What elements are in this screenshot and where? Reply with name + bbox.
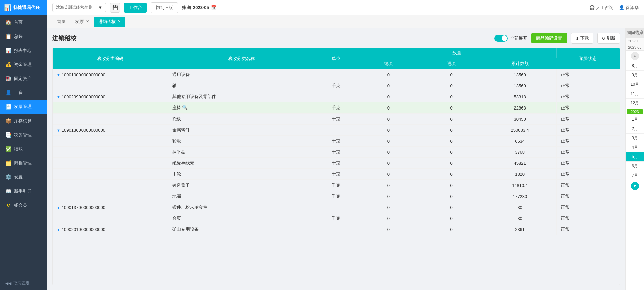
period-6[interactable]: 6月 [626,162,644,171]
next-period-button[interactable]: ▼ [631,182,639,190]
sidebar-item-inventory[interactable]: 📦 库存核算 [0,114,47,128]
period-panel-header[interactable]: 期间选择 ✕ ⤢ [626,28,644,38]
download-button[interactable]: ⬇ 下载 [571,33,593,44]
period-list: 2023.05 2023.05 ▲ 8月 9月 10月 11月 12月 2023… [626,38,644,191]
period-12[interactable]: 12月 [626,99,644,108]
sidebar-item-assets[interactable]: 🏭 固定资产 [0,72,47,86]
sidebar-item-ledger[interactable]: 📋 总账 [0,29,47,44]
cell-warning: 正常 [556,169,620,180]
period-4[interactable]: 4月 [626,143,644,152]
collapse-icon[interactable]: ▼ [57,206,60,210]
save-button[interactable]: 💾 [110,3,120,13]
collapse-icon[interactable]: ▼ [57,128,60,132]
cell-sale: 0 [357,114,420,125]
cell-warning: 正常 [556,213,620,224]
sidebar-item-invoice[interactable]: 🧾 发票管理 [0,100,47,114]
product-code-button[interactable]: 商品编码设置 [531,33,567,43]
collapse-icon[interactable]: ▼ [57,228,60,232]
period-3[interactable]: 3月 [626,134,644,143]
sidebar-item-funds[interactable]: 💰 资金管理 [0,58,47,72]
cell-purchase: 0 [420,213,483,224]
cell-warning: 正常 [556,136,620,147]
settings-icon: ⚙️ [5,174,11,180]
tab-reconciliation[interactable]: 进销稽核 ✕ [94,17,125,27]
sidebar-nav: 🏠 首页 📋 总账 📊 报表中心 💰 资金管理 🏭 固定资产 👤 工资 🧾 发票… [0,15,47,276]
sidebar-item-checkout[interactable]: ✅ 结账 [0,142,47,156]
sidebar-item-payroll[interactable]: 👤 工资 [0,86,47,100]
expand-toggle[interactable] [494,35,508,42]
user-label: 徐泽华 [626,5,639,11]
cell-sale: 0 [357,136,420,147]
sidebar-item-home[interactable]: 🏠 首页 [0,15,47,29]
expand-panel-icon[interactable]: ⤢ [635,29,638,33]
sidebar-item-archive[interactable]: 🗂️ 归档管理 [0,156,47,170]
cell-warning: 正常 [556,125,620,136]
switch-version-button[interactable]: 切到旧版 [151,2,178,13]
workbench-button[interactable]: 工作台 [124,3,147,13]
archive-icon: 🗂️ [5,160,11,166]
th-tax-name: 税收分类名称 [168,48,315,69]
tab-home[interactable]: 首页 [52,17,70,27]
period-10[interactable]: 10月 [626,80,644,89]
sidebar-unpin-button[interactable]: ◀◀ 取消固定 [0,276,47,290]
calendar-icon[interactable]: 📅 [211,5,216,10]
sidebar-item-reports[interactable]: 📊 报表中心 [0,44,47,58]
sidebar-item-settings[interactable]: ⚙️ 设置 [0,170,47,184]
cell-unit: 千克 [315,169,357,180]
sidebar-item-tax[interactable]: 📑 税务管理 [0,128,47,142]
tab-invoice[interactable]: 发票 ✕ [70,17,94,27]
cell-code: ▼109013600000000000 [53,125,168,136]
tab-reconciliation-close[interactable]: ✕ [118,19,121,24]
period-11[interactable]: 11月 [626,89,644,99]
period-year-2023-sub: 2023.05 [626,44,644,51]
expand-toggle-label: 全部展开 [510,35,527,41]
collapse-icon[interactable]: ▼ [57,73,60,77]
period-1[interactable]: 1月 [626,115,644,124]
cell-sale: 0 [357,191,420,202]
cell-unit [315,224,357,235]
period-display: 账期 2023-05 📅 [182,5,216,11]
ledger-icon: 📋 [5,33,11,40]
cell-unit: 千克 [315,114,357,125]
user-icon: 👤 [619,5,624,10]
data-table-wrap: 税收分类编码 税收分类名称 单位 数量 预警状态 销项 进项 累计数额 [52,48,620,285]
table-row: 地漏千克00177230正常 [53,191,620,202]
user-button[interactable]: 👤 徐泽华 [619,5,639,11]
cell-total: 53318 [483,91,556,102]
period-7[interactable]: 7月 [626,171,644,180]
company-selector[interactable]: 沈海英测试经营勿删 ▼ [52,3,106,12]
prev-period-button[interactable]: ▲ [631,52,639,60]
th-total: 累计数额 [483,58,556,69]
cell-total: 30450 [483,114,556,125]
tab-invoice-close[interactable]: ✕ [86,19,89,24]
sidebar-item-guide[interactable]: 📖 新手引导 [0,184,47,198]
cell-warning: 正常 [556,191,620,202]
close-panel-icon[interactable]: ✕ [640,29,643,33]
sidebar-item-label: 工资 [14,90,23,96]
period-5[interactable]: 5月 [626,152,644,162]
cell-unit [315,125,357,136]
cell-total: 177230 [483,191,556,202]
support-button[interactable]: 🎧 人工咨询 [589,5,613,11]
cell-unit: 千克 [315,136,357,147]
period-9[interactable]: 9月 [626,71,644,80]
search-icon[interactable]: 🔍 [182,105,188,110]
period-8[interactable]: 8月 [626,61,644,71]
company-name: 沈海英测试经营勿删 [56,5,96,10]
sidebar-item-vip[interactable]: V 畅会员 [0,198,47,212]
cell-warning: 正常 [556,91,620,102]
cell-warning: 正常 [556,114,620,125]
cell-unit: 千克 [315,158,357,169]
cell-unit: 千克 [315,102,357,114]
period-2[interactable]: 2月 [626,124,644,134]
cell-total: 6634 [483,136,556,147]
th-tax-code: 税收分类编码 [53,48,168,69]
refresh-button[interactable]: ↻ 刷新 [597,33,620,44]
th-sale: 销项 [357,58,420,69]
cell-code [53,180,168,191]
cell-purchase: 0 [420,169,483,180]
cell-code [53,169,168,180]
collapse-icon[interactable]: ▼ [57,95,60,99]
cell-total: 30 [483,202,556,213]
home-icon: 🏠 [5,19,11,25]
